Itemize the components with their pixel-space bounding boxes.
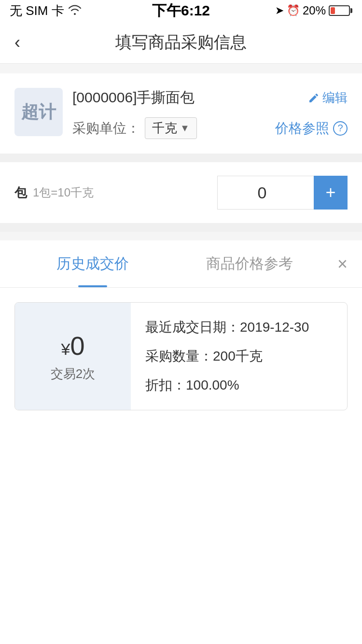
qty-unit-badge: 包	[14, 184, 27, 201]
qty-input-group: +	[217, 176, 348, 210]
discount-label: 折扣：	[145, 378, 186, 392]
price-card-right: 最近成交日期：2019-12-30 采购数量：200千克 折扣：100.00%	[131, 303, 347, 410]
dropdown-icon: ▼	[180, 123, 190, 134]
qty-plus-button[interactable]: +	[314, 176, 348, 210]
unit-label: 采购单位：	[72, 119, 140, 138]
product-thumbnail: 超计	[21, 100, 56, 124]
discount-value: 100.00%	[186, 378, 239, 392]
product-section: 超计 [0000006]手撕面包 编辑 采购单位： 千克 ▼ 价格参照 ?	[0, 73, 362, 154]
price-card: ¥0 交易2次 最近成交日期：2019-12-30 采购数量：200千克 折扣：…	[14, 302, 348, 410]
edit-icon	[308, 92, 320, 104]
product-unit-row: 采购单位： 千克 ▼ 价格参照 ?	[72, 117, 348, 139]
status-left: 无 SIM 卡	[10, 2, 82, 19]
currency-symbol: ¥	[61, 340, 70, 358]
bottom-area	[0, 425, 362, 644]
product-header: [0000006]手撕面包 编辑	[72, 88, 348, 108]
purchase-qty-row: 采购数量：200千克	[145, 346, 333, 366]
purchase-qty-label: 采购数量：	[145, 349, 213, 364]
recent-date-label: 最近成交日期：	[145, 320, 240, 335]
discount-row: 折扣：100.00%	[145, 375, 333, 395]
tab-history-price[interactable]: 历史成交价	[14, 240, 171, 287]
edit-button[interactable]: 编辑	[308, 89, 348, 106]
tab-price-ref-label: 商品价格参考	[206, 255, 293, 271]
tab-price-reference[interactable]: 商品价格参考	[171, 240, 327, 287]
unit-select[interactable]: 千克 ▼	[145, 117, 197, 139]
quantity-section: 包 1包=10千克 +	[0, 162, 362, 223]
divider-1	[0, 154, 362, 162]
location-icon: ➤	[275, 4, 284, 17]
recent-date-row: 最近成交日期：2019-12-30	[145, 317, 333, 337]
transaction-count: 交易2次	[51, 365, 95, 382]
unit-row-left: 采购单位： 千克 ▼	[72, 117, 197, 139]
qty-conversion: 1包=10千克	[33, 185, 94, 200]
recent-date-value: 2019-12-30	[240, 320, 309, 335]
alarm-icon: ⏰	[287, 4, 300, 17]
price-card-left: ¥0 交易2次	[15, 303, 131, 410]
tab-history-label: 历史成交价	[56, 255, 129, 271]
page-title: 填写商品采购信息	[115, 31, 247, 54]
tab-close-button[interactable]: ×	[328, 244, 348, 284]
battery-icon	[329, 5, 352, 16]
price-reference-button[interactable]: 价格参照 ?	[275, 119, 348, 138]
qty-label: 包 1包=10千克	[14, 184, 94, 201]
quantity-input[interactable]	[217, 176, 314, 210]
back-button[interactable]: ‹	[14, 32, 20, 53]
tab-header: 历史成交价 商品价格参考 ×	[0, 240, 362, 288]
battery-percent: 20%	[303, 4, 326, 17]
product-info: [0000006]手撕面包 编辑 采购单位： 千克 ▼ 价格参照 ?	[72, 88, 348, 139]
wifi-icon	[68, 3, 82, 18]
price-display: ¥0	[61, 331, 85, 361]
price-amount: 0	[70, 331, 84, 360]
status-right: ➤ ⏰ 20%	[275, 4, 352, 17]
edit-label: 编辑	[322, 89, 348, 106]
network-label: 无 SIM 卡	[10, 2, 64, 19]
unit-value: 千克	[152, 120, 177, 137]
price-ref-label: 价格参照	[275, 119, 329, 138]
tab-section: 历史成交价 商品价格参考 × ¥0 交易2次 最近成交日期：2019-12-30…	[0, 240, 362, 425]
product-name: [0000006]手撕面包	[72, 88, 195, 108]
price-ref-icon: ?	[333, 121, 348, 136]
status-time: 下午6:12	[152, 1, 210, 21]
divider-2	[0, 223, 362, 232]
purchase-qty-value: 200千克	[213, 349, 263, 364]
tab-content: ¥0 交易2次 最近成交日期：2019-12-30 采购数量：200千克 折扣：…	[0, 288, 362, 425]
status-bar: 无 SIM 卡 下午6:12 ➤ ⏰ 20%	[0, 0, 362, 21]
nav-bar: ‹ 填写商品采购信息	[0, 21, 362, 64]
product-icon: 超计	[14, 88, 63, 136]
